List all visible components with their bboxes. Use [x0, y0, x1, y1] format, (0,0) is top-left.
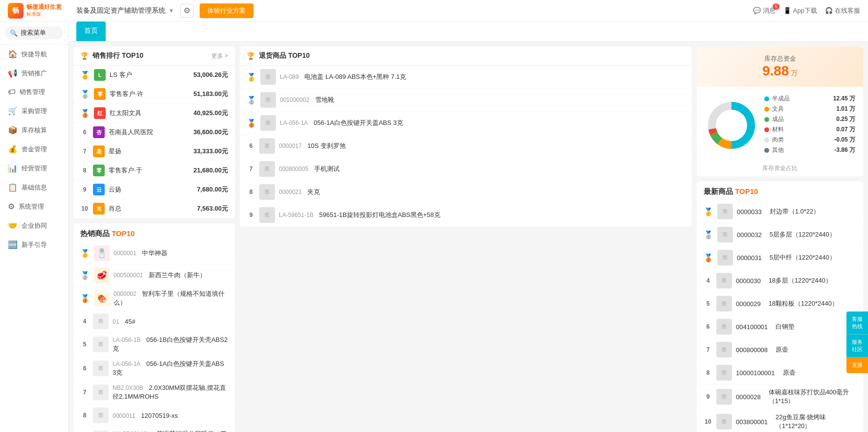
table-row: 🥉 图 LA-056-1A 056-1A白色按键开关盖ABS 3克 — [240, 112, 692, 135]
product-thumbnail: 图 — [716, 365, 732, 381]
main-content: 首页 🏆 销售排行 TOP10 更多 > 🥇 L LS 客户 53,00 — [69, 22, 868, 432]
product-code: 0000030 — [736, 277, 761, 285]
product-thumbnail: 图 — [260, 69, 276, 85]
rank-number: 6 — [80, 364, 89, 373]
product-code: 0000032 — [737, 231, 762, 239]
sidebar-label-inventory: 库存核算 — [22, 126, 47, 135]
product-thumbnail: 图 — [93, 384, 109, 400]
legend-dot — [764, 96, 769, 101]
table-row: 7 图 000800008 原壶 — [697, 338, 863, 361]
latest-products-list: 🥇 图 0000033 封边带（1.0*22） 🥈 图 0000032 5层多层… — [697, 200, 863, 432]
table-row: 🥉 🍖 0000002 智利车子里（规格不知道填什么） — [73, 287, 235, 311]
product-info: 0000021 夹克 — [279, 188, 685, 196]
sidebar-label-marketing: 营销推广 — [22, 69, 47, 78]
table-row: 🥇 L LS 客户 53,006.26元 — [73, 66, 235, 85]
medal-bronze: 🥉 — [704, 253, 713, 263]
settings-button[interactable]: ⚙ — [180, 4, 194, 18]
sidebar-item-operations[interactable]: 📊 经营管理 — [0, 159, 68, 178]
app-download-button[interactable]: 📱 App下载 — [783, 6, 817, 15]
legend-item: 文具 1.01 万 — [764, 105, 855, 113]
sidebar-item-purchase[interactable]: 🛒 采购管理 — [0, 101, 68, 120]
logo-title: 畅捷通好生意 — [26, 3, 62, 10]
operations-icon: 📊 — [8, 164, 18, 173]
float-buttons: 客服热线 服务社区 直播 — [846, 312, 868, 373]
rank-number: 10 — [704, 417, 712, 426]
rank-number: 6 — [80, 128, 89, 137]
product-thumbnail: 图 — [716, 273, 732, 288]
live-stream-button[interactable]: 直播 — [846, 358, 868, 373]
product-thumbnail: 图 — [716, 319, 732, 335]
hot-products-list: 🥇 🧂 0000001 中华神器 🥈 🥩 000500001 新西兰牛肉（新牛） — [73, 242, 235, 432]
medal-silver: 🥈 — [80, 271, 90, 280]
medal-bronze: 🥉 — [80, 294, 90, 303]
product-thumbnail: 图 — [717, 250, 733, 265]
sidebar-item-guide[interactable]: 🆕 新手引导 — [0, 235, 68, 254]
sidebar-item-system[interactable]: ⚙ 系统管理 — [0, 197, 68, 216]
product-info: LA-089 电池盖 LA-089 ABS本色+黑种 7.1克 — [280, 72, 685, 81]
inventory-value: 9.88 — [762, 63, 789, 78]
product-thumbnail: 图 — [93, 336, 109, 352]
product-thumbnail: 图 — [259, 161, 275, 177]
search-menu-button[interactable]: 🔍 搜索菜单 — [5, 26, 63, 39]
sidebar-item-quicknav[interactable]: 🏠 快捷导航 — [0, 45, 68, 64]
tab-home[interactable]: 首页 — [76, 22, 106, 41]
product-thumbnail: 图 — [93, 408, 109, 423]
table-row: 8 图 0000021 夹克 — [240, 181, 692, 204]
customer-name: 红太阳文具 — [110, 109, 189, 118]
medal-gold: 🥇 — [704, 207, 713, 216]
online-service-button[interactable]: 🎧 在线客服 — [825, 6, 860, 15]
product-thumbnail: 图 — [259, 207, 275, 223]
rank-number: 10 — [80, 204, 89, 213]
table-row: 🥉 红 红太阳文具 40,925.00元 — [73, 104, 235, 123]
trial-button[interactable]: 体验行业方案 — [200, 3, 253, 18]
table-row: 7 图 NB2.0X30B 2.0X30MM双摆花轴,摆花直径2.1MM/ROH… — [73, 381, 235, 405]
medal-silver: 🥈 — [247, 96, 256, 105]
customer-sales-more[interactable]: 更多 > — [211, 52, 228, 60]
sidebar-item-inventory[interactable]: 📦 库存核算 — [0, 120, 68, 140]
product-info: NB2.0X30B 2.0X30MM双摆花轴,摆花直径2.1MM/ROHS — [113, 384, 228, 401]
dashboard-grid: 🏆 销售排行 TOP10 更多 > 🥇 L LS 客户 53,006.26元 🥈 — [69, 42, 868, 432]
system-icon: ⚙ — [8, 202, 15, 211]
table-row: 🥈 图 0000032 5层多层（1220*2440） — [697, 223, 863, 246]
rank-number: 6 — [704, 322, 712, 331]
table-row: 5 图 LA-056-1B 056-1B白色按键开关壳ABS2克 — [73, 333, 235, 357]
table-row: 🥇 🧂 0000001 中华神器 — [73, 242, 235, 264]
rank-number: 7 — [247, 165, 255, 173]
table-row: 9 图 0000028 体碗嘉枝味苏打饮品400毫升（1*15） — [697, 384, 863, 409]
sidebar-label-basic: 基础信息 — [22, 183, 47, 192]
sidebar-item-finance[interactable]: 💰 资金管理 — [0, 140, 68, 159]
product-name: 体碗嘉枝味苏打饮品400毫升（1*15） — [769, 388, 856, 406]
rank-number: 5 — [80, 340, 89, 349]
rank-number: 8 — [247, 188, 255, 196]
table-row: 9 云 云扬 7,680.00元 — [73, 180, 235, 199]
latest-products-title: 最新商品 TOP10 — [697, 181, 863, 200]
sales-icon: 🏷 — [8, 88, 16, 96]
hot-products-panel: 热销商品 TOP10 🥇 🧂 0000001 中华神器 🥈 🥩 — [73, 223, 235, 432]
product-name: 18颗粒板（1220*2440） — [769, 299, 838, 308]
product-return-panel: 🏆 退货商品 TOP10 🥇 图 LA-089 电池盖 LA-089 ABS本色… — [240, 47, 692, 227]
message-button[interactable]: 💬 消息 6 — [753, 6, 776, 15]
rank-number: 8 — [80, 166, 89, 175]
avatar: 零 — [94, 88, 106, 100]
legend-item: 半成品 12.45 万 — [764, 95, 855, 103]
sales-value: 7,563.00元 — [197, 204, 228, 213]
sidebar-item-collab[interactable]: 🤝 企业协同 — [0, 216, 68, 235]
table-row: 10 图 003800001 22g鱼豆腐·烧烤味（1*12*20） — [697, 409, 863, 432]
service-community-button[interactable]: 服务社区 — [846, 335, 868, 358]
customer-service-button[interactable]: 客服热线 — [846, 312, 868, 335]
legend-dot — [764, 138, 769, 143]
table-row: 🥈 零 零售客户·许 51,183.00元 — [73, 85, 235, 104]
sidebar-item-marketing[interactable]: 📢 营销推广 — [0, 64, 68, 83]
sales-value: 7,680.00元 — [197, 185, 228, 194]
sidebar-item-sales[interactable]: 🏷 销售管理 — [0, 83, 68, 101]
inventory-chart-label: 库存资金占比 — [697, 164, 863, 176]
system-dropdown-arrow[interactable]: ▼ — [168, 7, 174, 14]
product-info: KK-SD22110H 花语萌恒温分腿睡袋（厚款） — [113, 430, 228, 432]
collab-icon: 🤝 — [8, 221, 18, 230]
product-thumbnail: 图 — [717, 227, 733, 242]
product-thumbnail: 图 — [259, 184, 275, 200]
sidebar-item-basic[interactable]: 📋 基础信息 — [0, 178, 68, 197]
product-code: 0000031 — [737, 254, 762, 262]
product-code: 0000029 — [736, 300, 761, 308]
right-column: 库存总资金 9.88 万 — [697, 47, 863, 432]
